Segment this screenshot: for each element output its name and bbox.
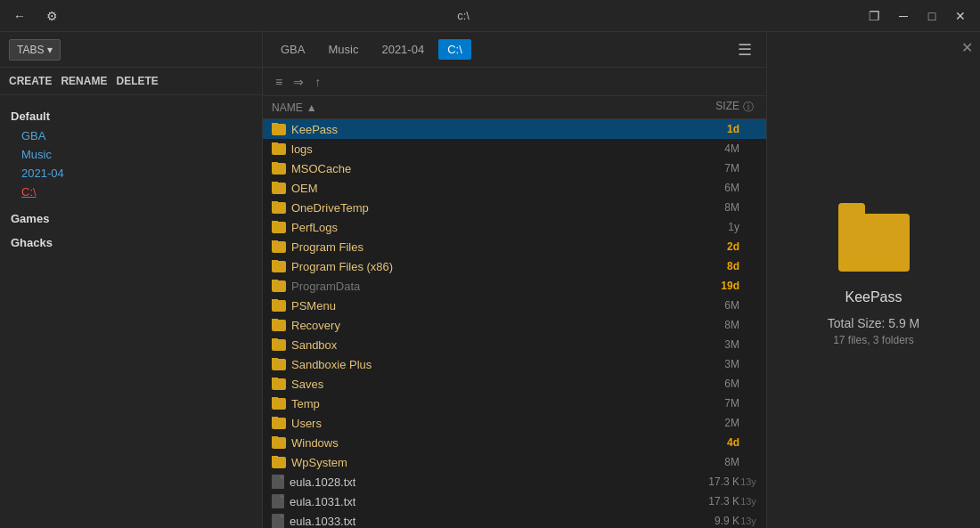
- up-icon-button[interactable]: ↑: [311, 73, 324, 91]
- file-size: 17.3 K: [668, 475, 739, 488]
- create-action[interactable]: CREATE: [9, 75, 52, 87]
- file-row[interactable]: Windows4d: [263, 433, 766, 452]
- file-row[interactable]: WpSystem8M: [263, 452, 766, 472]
- file-row[interactable]: Recovery8M: [263, 315, 766, 335]
- minimize-button[interactable]: ─: [891, 4, 916, 28]
- file-name-text: PerfLogs: [291, 221, 338, 234]
- file-size: 4M: [668, 142, 739, 155]
- rename-action[interactable]: RENAME: [61, 75, 107, 87]
- file-row[interactable]: logs4M: [263, 139, 766, 158]
- titlebar-left: ← ⚙: [7, 4, 64, 28]
- titlebar: ← ⚙ c:\ ❐ ─ □ ✕: [0, 0, 980, 32]
- forward-icon-button[interactable]: ⇒: [290, 73, 307, 91]
- titlebar-right: ❐ ─ □ ✕: [862, 4, 973, 28]
- file-size: 8M: [668, 201, 739, 214]
- tab-2021-04[interactable]: 2021-04: [372, 39, 433, 60]
- file-name-cell: KeePass: [272, 123, 668, 136]
- file-icon: [272, 494, 284, 508]
- delete-action[interactable]: DELETE: [116, 75, 158, 87]
- file-name-text: Windows: [291, 436, 339, 450]
- folder-icon: [272, 124, 286, 135]
- file-size: 1y: [668, 221, 739, 233]
- col-info-header: ⓘ: [739, 100, 757, 115]
- file-row[interactable]: Users2M: [263, 413, 766, 433]
- file-row[interactable]: Sandbox3M: [263, 335, 766, 354]
- tabs-dropdown[interactable]: TABS ▾: [9, 39, 61, 61]
- dropdown-chevron-icon: ▾: [47, 44, 53, 56]
- main-layout: TABS ▾ CREATE RENAME DELETE Default GBA …: [0, 32, 980, 528]
- sidebar-item-music[interactable]: Music: [0, 145, 262, 164]
- file-row[interactable]: KeePass1d: [263, 119, 766, 139]
- file-name-cell: Temp: [272, 397, 668, 410]
- sidebar-item-2021-04[interactable]: 2021-04: [0, 164, 262, 183]
- file-row[interactable]: ProgramData19d: [263, 276, 766, 296]
- file-row[interactable]: OEM6M: [263, 178, 766, 198]
- list-icon-button[interactable]: ≡: [272, 73, 286, 91]
- file-row[interactable]: MSOCache7M: [263, 158, 766, 178]
- sidebar-item-c-drive[interactable]: C:\: [0, 183, 262, 201]
- file-name-text: OneDriveTemp: [291, 201, 369, 215]
- tab-music[interactable]: Music: [319, 39, 367, 60]
- section-games: Games: [0, 208, 262, 229]
- file-row[interactable]: Program Files2d: [263, 237, 766, 256]
- maximize-button[interactable]: □: [919, 4, 944, 28]
- folder-icon: [272, 320, 286, 331]
- file-size: 7M: [668, 397, 739, 410]
- col-name-header: NAME ▲: [272, 100, 668, 115]
- file-row[interactable]: eula.1028.txt17.3 K13y: [263, 472, 766, 491]
- file-age: 13y: [739, 496, 757, 507]
- section-default: Default: [0, 106, 262, 126]
- sidebar-item-gba[interactable]: GBA: [0, 126, 262, 145]
- file-name-cell: PerfLogs: [272, 221, 668, 234]
- file-row[interactable]: Temp7M: [263, 394, 766, 413]
- file-name-text: Program Files: [291, 240, 363, 254]
- file-name-cell: Sandbox: [272, 338, 668, 352]
- folder-icon: [272, 222, 286, 233]
- file-size: 8M: [668, 456, 739, 468]
- close-button[interactable]: ✕: [948, 4, 973, 28]
- file-size: 9.9 K: [668, 515, 739, 527]
- tab-gba[interactable]: GBA: [272, 39, 314, 60]
- file-row[interactable]: Program Files (x86)8d: [263, 256, 766, 276]
- file-row[interactable]: Sandboxie Plus3M: [263, 354, 766, 374]
- sidebar-toolbar: CREATE RENAME DELETE: [0, 68, 262, 95]
- file-row[interactable]: PSMenu6M: [263, 296, 766, 315]
- file-panel-header: GBA Music 2021-04 C:\ ☰: [263, 32, 766, 68]
- folder-icon: [272, 378, 286, 390]
- back-button[interactable]: ←: [7, 4, 32, 28]
- settings-button[interactable]: ⚙: [39, 4, 64, 28]
- panel-menu-button[interactable]: ☰: [732, 38, 757, 61]
- file-name-text: Program Files (x86): [291, 260, 393, 273]
- preview-close-button[interactable]: ✕: [961, 39, 973, 56]
- file-name-text: ProgramData: [291, 280, 360, 293]
- file-row[interactable]: PerfLogs1y: [263, 217, 766, 237]
- restore-button[interactable]: ❐: [862, 4, 887, 28]
- file-name-text: KeePass: [291, 123, 338, 136]
- folder-icon: [272, 418, 286, 429]
- preview-total-size: Total Size: 5.9 M: [828, 316, 920, 330]
- section-ghacks: Ghacks: [0, 232, 262, 253]
- file-size: 2M: [668, 417, 739, 429]
- file-panel-toolbar: ≡ ⇒ ↑: [263, 68, 766, 96]
- file-name-text: Temp: [291, 397, 320, 410]
- file-row[interactable]: eula.1031.txt17.3 K13y: [263, 491, 766, 511]
- file-name-text: eula.1031.txt: [290, 495, 355, 508]
- tab-c-drive[interactable]: C:\: [438, 39, 471, 60]
- file-name-cell: OneDriveTemp: [272, 201, 668, 215]
- file-row[interactable]: eula.1033.txt9.9 K13y: [263, 511, 766, 528]
- file-name-cell: eula.1031.txt: [272, 494, 668, 508]
- preview-name: KeePass: [845, 289, 902, 305]
- file-size: 6M: [668, 378, 739, 390]
- file-size: 17.3 K: [668, 495, 739, 508]
- file-size: 8d: [668, 260, 739, 272]
- folder-icon: [272, 437, 286, 449]
- file-row[interactable]: OneDriveTemp8M: [263, 198, 766, 217]
- sidebar-header: TABS ▾: [0, 32, 262, 68]
- folder-icon: [272, 359, 286, 370]
- file-icon: [272, 514, 284, 528]
- file-name-text: Recovery: [291, 319, 340, 332]
- folder-icon: [272, 261, 286, 272]
- file-row[interactable]: Saves6M: [263, 374, 766, 394]
- file-name-cell: eula.1033.txt: [272, 514, 668, 528]
- folder-icon: [272, 280, 286, 292]
